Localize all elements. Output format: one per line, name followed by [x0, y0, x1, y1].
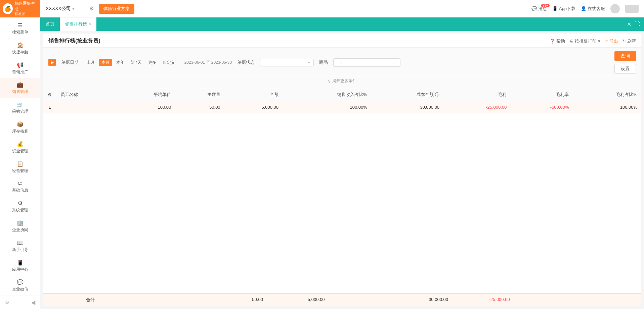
logo-icon: 🍊 [3, 3, 13, 14]
sidebar-item-marketing[interactable]: 📢 营销推广 [0, 58, 40, 78]
avatar[interactable] [610, 4, 620, 13]
sidebar-item-guide[interactable]: 📖 新手引导 [0, 236, 40, 256]
purchase-icon: 🛒 [17, 101, 24, 108]
cell-gross-pct: 100.00% [573, 101, 641, 113]
status-select[interactable]: ▾ [260, 59, 314, 66]
system-icon: ⚙ [18, 200, 23, 206]
page-actions: ❓ 帮助 🖨 按模板打印 ▾ ↗ 导出 ↻ 刷新 [550, 38, 636, 44]
sidebar-item-search[interactable]: ☰ 搜索菜单 [0, 19, 40, 39]
expand-more-bar[interactable]: ∨ 展开更多条件 [48, 76, 636, 86]
print-button[interactable]: 🖨 按模板打印 ▾ [569, 38, 600, 44]
date-tab-this-month[interactable]: 本月 [99, 59, 112, 66]
footer-qty: 50.00 [205, 297, 267, 303]
refresh-button[interactable]: ↻ 刷新 [622, 38, 636, 44]
sidebar-item-sales[interactable]: 💼 销售管理 [0, 78, 40, 98]
footer-gross-rate [514, 297, 576, 303]
sidebar-item-wechat[interactable]: 💬 企业微信 [0, 276, 40, 296]
export-button[interactable]: ↗ 导出 [604, 38, 618, 44]
company-selector[interactable]: XXXXX公司 ▾ [46, 6, 86, 12]
finance-icon: 💰 [17, 141, 24, 147]
expand-more-label: 展开更多条件 [332, 78, 356, 84]
message-item[interactable]: 💬 消息 99+ [531, 6, 547, 12]
date-tab-custom[interactable]: 自定义 [160, 59, 178, 66]
topbar-settings-icon[interactable]: ⚙ [89, 5, 94, 12]
cell-amount: 5,000.00 [224, 101, 283, 113]
online-service-item[interactable]: 👤 在线客服 [581, 6, 605, 12]
cell-name [56, 101, 116, 113]
query-button[interactable]: 查询 [614, 51, 636, 61]
window-close-icon[interactable]: ✕ [627, 21, 631, 28]
sidebar-item-label: 销售管理 [12, 89, 28, 95]
filter-toggle-icon[interactable]: ▶ [48, 59, 56, 66]
sidebar-item-inventory[interactable]: 📦 库存核算 [0, 118, 40, 138]
sidebar-item-apps[interactable]: 📱 应用中心 [0, 256, 40, 276]
sidebar-item-label: 搜索菜单 [12, 30, 28, 35]
sidebar-item-basic-info[interactable]: 🗂 基础信息 [0, 177, 40, 197]
marketing-icon: 📢 [17, 62, 24, 68]
sidebar-item-label: 经营管理 [12, 168, 28, 174]
date-tab-more[interactable]: 更多 [145, 59, 159, 66]
basic-info-icon: 🗂 [17, 181, 23, 187]
status-chevron-icon: ▾ [308, 60, 310, 65]
trial-button[interactable]: 体验行业方案 [99, 4, 134, 14]
help-button[interactable]: ❓ 帮助 [550, 38, 565, 44]
data-table: ⚙ 员工名称 平均单价 主数量 全额 销售收入占比% 成本全额 ⓘ 毛利 毛利率… [43, 88, 641, 113]
sidebar-item-label: 采购管理 [12, 109, 28, 114]
guide-icon: 📖 [17, 240, 24, 246]
col-avg-price: 平均单价 [116, 88, 175, 101]
tabbar: 首页 销售排行榜 × ✕ ⛶ [40, 17, 644, 31]
tabbar-actions: ✕ ⛶ [623, 21, 644, 28]
settings-button[interactable]: 设置 [614, 64, 636, 74]
sidebar-item-purchase[interactable]: 🛒 采购管理 [0, 98, 40, 118]
window-expand-icon[interactable]: ⛶ [635, 21, 640, 27]
col-amount: 全额 [224, 88, 283, 101]
col-settings[interactable]: ⚙ [43, 88, 56, 101]
apps-icon: 📱 [17, 259, 24, 266]
logo-sub: 标准版 [15, 12, 37, 16]
inventory-icon: 📦 [17, 121, 24, 127]
chevron-down-icon: ∨ [328, 79, 331, 84]
cell-sales-pct: 100.00% [283, 101, 371, 113]
sidebar-item-label: 新手引导 [12, 247, 28, 253]
message-badge: 99+ [541, 4, 550, 7]
sidebar-logo: 🍊 畅康通好生意 标准版 [0, 0, 40, 17]
col-gross: 毛利 [443, 88, 511, 101]
logo-name: 畅康通好生意 [15, 1, 37, 11]
tab-sales-ranking[interactable]: 销售排行榜 × [60, 17, 96, 31]
collapse-icon[interactable]: ◀ [31, 299, 35, 306]
app-download-label: App下载 [559, 6, 575, 12]
date-tab-last-month[interactable]: 上月 [84, 59, 97, 66]
date-tabs: 上月 本月 本年 近7天 更多 自定义 [84, 59, 178, 66]
date-label: 单据日期 [61, 59, 79, 65]
table-area: ⚙ 员工名称 平均单价 主数量 全额 销售收入占比% 成本全额 ⓘ 毛利 毛利率… [43, 88, 641, 293]
app-download-item[interactable]: 📱 App下载 [552, 6, 575, 12]
sidebar-item-label: 快捷导航 [12, 49, 28, 55]
table-row: 1 100.00 50.00 5,000.00 100.00% 30,000.0… [43, 101, 641, 113]
page-wrapper: 销售排行榜(按业务员) ❓ 帮助 🖨 按模板打印 ▾ ↗ 导出 [43, 34, 641, 306]
date-tab-7days[interactable]: 近7天 [128, 59, 144, 66]
sidebar-item-operations[interactable]: 📋 经营管理 [0, 157, 40, 177]
sidebar-item-label: 企业协同 [12, 227, 28, 233]
sidebar-item-quick-nav[interactable]: 🏠 快捷导航 [0, 39, 40, 58]
footer-total-label: 合计 [82, 297, 144, 303]
tab-home-label: 首页 [46, 21, 54, 27]
query-settings-area: 查询 设置 [614, 51, 636, 74]
sidebar-item-system[interactable]: ⚙ 系统管理 [0, 197, 40, 216]
col-qty: 主数量 [175, 88, 224, 101]
sidebar-item-label: 应用中心 [12, 267, 28, 272]
tab-close-icon[interactable]: × [89, 22, 91, 26]
col-cost: 成本全额 ⓘ [371, 88, 443, 101]
sidebar: 🍊 畅康通好生意 标准版 ☰ 搜索菜单 🏠 快捷导航 📢 营销推广 💼 销售管理… [0, 0, 40, 309]
date-tab-this-year[interactable]: 本年 [114, 59, 127, 66]
goods-select[interactable]: ... [333, 58, 400, 67]
footer-label [47, 297, 82, 303]
tab-home[interactable]: 首页 [40, 17, 60, 31]
settings-icon[interactable]: ⚙ [5, 299, 9, 306]
sidebar-item-finance[interactable]: 💰 资金管理 [0, 138, 40, 157]
message-icon: 💬 [531, 6, 537, 11]
page-title: 销售排行榜(按业务员) [48, 38, 100, 45]
operations-icon: 📋 [17, 161, 24, 167]
sidebar-item-enterprise[interactable]: 🏢 企业协同 [0, 216, 40, 236]
footer-cost: 30,000.00 [390, 297, 452, 303]
search-menu-icon: ☰ [18, 22, 23, 29]
